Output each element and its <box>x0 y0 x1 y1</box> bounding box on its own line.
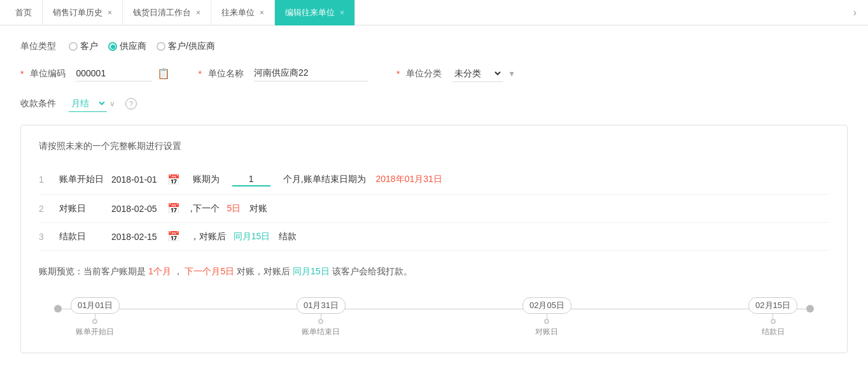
payment-select-wrapper: 月结 ∨ <box>69 95 115 112</box>
timeline-dot-4 <box>771 319 776 324</box>
row-2-num: 2 <box>39 204 52 214</box>
setting-row-2: 2 对账日 2018-02-05 📅 ,下一个 5日 对账 <box>39 195 829 223</box>
radio-customer-label: 客户 <box>80 41 98 52</box>
preview-part2: 下一个月5日 <box>185 266 234 276</box>
row-1-num: 1 <box>39 174 52 185</box>
row-1-mid-text: 账期为 <box>193 174 220 185</box>
timeline-dot-3 <box>544 319 549 324</box>
tab-partners[interactable]: 往来单位 × <box>211 0 275 25</box>
close-tab-edit-partner[interactable]: × <box>340 8 344 17</box>
row-3-date: 2018-02-15 <box>111 232 157 242</box>
preview-part3: 同月15日 <box>293 266 330 276</box>
unit-code-copy-icon[interactable]: 📋 <box>157 67 170 80</box>
unit-code-star: * <box>20 69 24 79</box>
row-1-label: 账单开始日 <box>59 174 104 185</box>
row-2-cal-icon[interactable]: 📅 <box>167 202 180 215</box>
timeline-label-2: 01月31日 <box>297 297 346 314</box>
timeline-point-4: 02月15日 结款日 <box>748 297 797 337</box>
preview-section: 账期预览：当前客户账期是 1个月 ， 下一个月5日 对账，对账后 同月15日 该… <box>39 264 829 279</box>
row-2-date: 2018-02-05 <box>111 204 157 214</box>
tab-home[interactable]: 首页 <box>5 0 43 25</box>
preview-text: 账期预览：当前客户账期是 1个月 ， 下一个月5日 对账，对账后 同月15日 该… <box>39 264 829 279</box>
radio-supplier[interactable]: 供应商 <box>108 41 146 52</box>
row-2-label: 对账日 <box>59 203 104 215</box>
timeline-point-1: 01月01日 账单开始日 <box>71 297 120 337</box>
preview-prefix: 账期预览：当前客户账期是 <box>39 266 146 276</box>
payment-label: 收款条件 <box>20 98 56 109</box>
preview-sep1: ， <box>174 266 183 276</box>
row-3-highlight: 同月15日 <box>234 231 270 243</box>
close-tab-sales-history[interactable]: × <box>108 8 112 17</box>
row-1-date: 2018-01-01 <box>111 174 157 185</box>
unit-classify-label: 单位分类 <box>406 68 442 80</box>
row-3-cal-icon[interactable]: 📅 <box>167 230 180 243</box>
tab-sales-history[interactable]: 销售订单历史 × <box>43 0 123 25</box>
preview-suffix: 该客户会给我打款。 <box>332 266 412 276</box>
unit-classify-wrapper: 未分类 ▼ <box>452 65 515 82</box>
radio-both-circle <box>157 42 165 51</box>
row-1-suffix: 个月,账单结束日期为 <box>283 174 366 185</box>
timeline-dot-1 <box>92 319 97 324</box>
radio-both-label: 客户/供应商 <box>168 41 215 52</box>
unit-code-group: * 单位编码 📋 <box>20 66 170 81</box>
unit-code-input[interactable] <box>76 66 152 81</box>
row-3-num: 3 <box>39 232 52 242</box>
unit-classify-group: * 单位分类 未分类 ▼ <box>396 65 515 82</box>
payment-dropdown-arrow[interactable]: ∨ <box>109 99 115 108</box>
timeline-point-2: 01月31日 账单结束日 <box>297 297 346 337</box>
payment-help-icon[interactable]: ? <box>125 98 137 109</box>
timeline-label-1: 01月01日 <box>71 297 120 314</box>
radio-customer-circle <box>69 42 78 51</box>
preview-sep2: 对账，对账后 <box>237 266 290 276</box>
radio-supplier-circle <box>108 42 117 51</box>
setting-row-3: 3 结款日 2018-02-15 📅 ，对账后 同月15日 结款 <box>39 223 829 251</box>
period-input[interactable] <box>232 172 270 186</box>
radio-supplier-label: 供应商 <box>120 41 146 52</box>
radio-both[interactable]: 客户/供应商 <box>157 41 215 52</box>
row-1-cal-icon[interactable]: 📅 <box>167 174 180 186</box>
timeline-connector-4 <box>773 314 773 319</box>
unit-type-label: 单位类型 <box>20 41 56 52</box>
timeline-text-3: 对账日 <box>535 327 558 337</box>
row-3-label: 结款日 <box>59 231 104 243</box>
row-2-highlight: 5日 <box>227 203 241 215</box>
timeline-label-4: 02月15日 <box>748 297 797 314</box>
close-tab-partners[interactable]: × <box>260 8 264 17</box>
close-tab-cash-workbench[interactable]: × <box>196 8 200 17</box>
timeline-text-2: 账单结束日 <box>302 327 340 337</box>
settings-title: 请按照未来的一个完整帐期进行设置 <box>39 141 829 152</box>
settings-box: 请按照未来的一个完整帐期进行设置 1 账单开始日 2018-01-01 📅 账期… <box>20 125 848 353</box>
unit-name-input[interactable] <box>254 66 368 81</box>
row-2-prefix: ,下一个 <box>190 203 220 215</box>
unit-code-label: 单位编码 <box>30 68 66 80</box>
payment-select[interactable]: 月结 <box>69 95 107 112</box>
tab-edit-partner[interactable]: 编辑往来单位 × <box>275 0 355 25</box>
unit-name-label: 单位名称 <box>208 68 244 80</box>
payment-row: 收款条件 月结 ∨ ? <box>20 95 848 112</box>
unit-type-radio-group: 客户 供应商 客户/供应商 <box>69 41 215 52</box>
timeline-connector-1 <box>95 314 95 319</box>
timeline-label-3: 02月05日 <box>522 297 571 314</box>
unit-classify-star: * <box>396 69 400 79</box>
row-2-suffix: 对账 <box>249 203 267 215</box>
timeline-dot-2 <box>318 319 323 324</box>
tab-cash-workbench[interactable]: 钱货日清工作台 × <box>123 0 211 25</box>
timeline-text-1: 账单开始日 <box>76 327 114 337</box>
setting-row-1: 1 账单开始日 2018-01-01 📅 账期为 个月,账单结束日期为 2018… <box>39 165 829 195</box>
unit-classify-arrow[interactable]: ▼ <box>508 69 515 78</box>
timeline-point-3: 02月05日 对账日 <box>522 297 571 337</box>
unit-name-star: * <box>198 69 201 79</box>
unit-type-row: 单位类型 客户 供应商 客户/供应商 <box>20 41 848 52</box>
row-3-suffix: 结款 <box>279 231 297 243</box>
radio-customer[interactable]: 客户 <box>69 41 98 52</box>
timeline-text-4: 结款日 <box>762 327 785 337</box>
tabs-bar: 首页 销售订单历史 × 钱货日清工作台 × 往来单位 × 编辑往来单位 × › <box>0 0 868 25</box>
tabs-overflow-arrow[interactable]: › <box>847 7 863 18</box>
main-content: 单位类型 客户 供应商 客户/供应商 * 单位编码 📋 * 单位名称 <box>0 25 868 387</box>
unit-info-row: * 单位编码 📋 * 单位名称 * 单位分类 未分类 ▼ <box>20 65 848 82</box>
row-3-prefix: ，对账后 <box>190 231 226 243</box>
timeline-wrapper: 01月01日 账单开始日 01月31日 账单结束日 02月05日 <box>39 297 829 337</box>
unit-name-group: * 单位名称 <box>198 66 368 81</box>
unit-classify-select[interactable]: 未分类 <box>452 65 503 82</box>
timeline-connector-3 <box>547 314 547 319</box>
